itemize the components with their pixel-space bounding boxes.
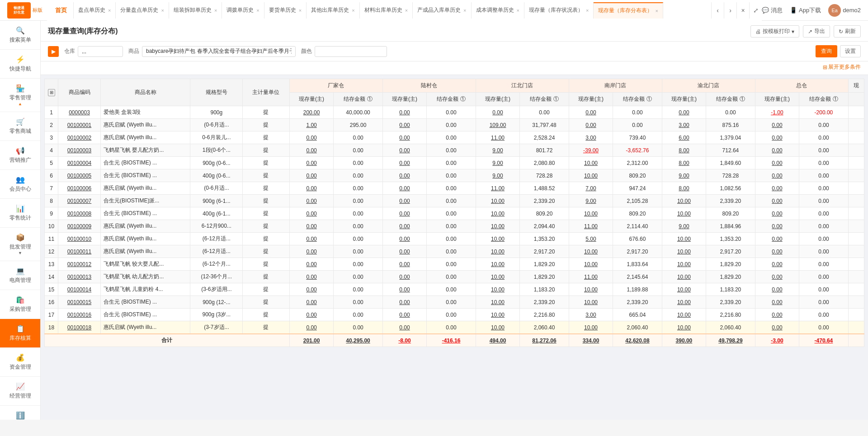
row-jbmd-qty[interactable]: 11.00 — [476, 131, 520, 144]
row-total-qty[interactable]: 0.00 — [755, 309, 799, 321]
row-total-qty[interactable]: 0.00 — [755, 144, 799, 157]
row-cjc-qty[interactable]: 0.00 — [289, 157, 334, 169]
row-cjc-qty[interactable]: 0.00 — [289, 182, 334, 195]
close-icon[interactable]: × — [214, 8, 217, 13]
row-total-qty[interactable]: 0.00 — [755, 119, 799, 131]
sidebar-item-search[interactable]: 🔍 搜索英单 — [0, 21, 40, 50]
row-ybmd-qty[interactable]: 10.00 — [662, 258, 706, 271]
warehouse-input[interactable] — [78, 46, 123, 57]
row-lcc-qty[interactable]: 0.00 — [382, 106, 427, 119]
row-ybmd-qty[interactable]: 10.00 — [662, 245, 706, 258]
row-namd-qty[interactable]: -39.00 — [569, 144, 613, 157]
row-cjc-qty[interactable]: 0.00 — [289, 296, 334, 309]
close-icon[interactable]: × — [405, 8, 408, 13]
row-total-qty[interactable]: 0.00 — [755, 182, 799, 195]
row-code[interactable]: 00100004 — [58, 157, 101, 169]
row-namd-qty[interactable]: 10.00 — [569, 245, 613, 258]
row-namd-qty[interactable]: 0.00 — [569, 119, 613, 131]
row-namd-qty[interactable]: 11.00 — [569, 271, 613, 283]
row-ybmd-qty[interactable]: 8.00 — [662, 144, 706, 157]
row-code[interactable]: 00100002 — [58, 131, 101, 144]
sidebar-item-wholesale[interactable]: 📦 批发管理 ▼ — [0, 228, 40, 261]
row-cjc-qty[interactable]: 1.00 — [289, 119, 334, 131]
row-namd-qty[interactable]: 3.00 — [569, 309, 613, 321]
row-jbmd-qty[interactable]: 9.00 — [476, 157, 520, 169]
tab-11-active[interactable]: 现存量（库存分布表） × — [594, 2, 663, 19]
print-btn[interactable]: 🖨 按模板打印 ▾ — [750, 25, 799, 38]
row-ybmd-qty[interactable]: 10.00 — [662, 321, 706, 334]
row-code[interactable]: 00100001 — [58, 119, 101, 131]
row-cjc-qty[interactable]: 0.00 — [289, 271, 334, 283]
row-namd-qty[interactable]: 10.00 — [569, 169, 613, 182]
row-jbmd-qty[interactable]: 10.00 — [476, 296, 520, 309]
sidebar-item-member[interactable]: 👥 会员中心 — [0, 170, 40, 199]
row-ybmd-qty[interactable]: 10.00 — [662, 296, 706, 309]
row-namd-qty[interactable]: 0.00 — [569, 106, 613, 119]
close-icon[interactable]: × — [655, 8, 658, 14]
color-input[interactable] — [315, 46, 387, 57]
row-cjc-qty[interactable]: 0.00 — [289, 258, 334, 271]
row-jbmd-qty[interactable]: 9.00 — [476, 169, 520, 182]
row-ybmd-qty[interactable]: 10.00 — [662, 283, 706, 296]
row-code[interactable]: 00100007 — [58, 195, 101, 207]
close-icon[interactable]: × — [586, 8, 589, 13]
row-jbmd-qty[interactable]: 10.00 — [476, 195, 520, 207]
row-code[interactable]: 00100013 — [58, 271, 101, 283]
row-lcc-qty[interactable]: 0.00 — [382, 321, 427, 334]
row-cjc-qty[interactable]: 0.00 — [289, 131, 334, 144]
row-jbmd-qty[interactable]: 109.00 — [476, 119, 520, 131]
sidebar-item-mall[interactable]: 🛒 零售商城 — [0, 112, 40, 141]
row-cjc-qty[interactable]: 200.00 — [289, 106, 334, 119]
row-total-qty[interactable]: 0.00 — [755, 245, 799, 258]
close-icon[interactable]: × — [108, 8, 111, 13]
row-namd-qty[interactable]: 10.00 — [569, 283, 613, 296]
row-code[interactable]: 00100016 — [58, 309, 101, 321]
refresh-btn[interactable]: ↻ 刷新 — [834, 25, 861, 38]
tab-2[interactable]: 分量盘点单历史 × — [116, 2, 169, 19]
row-code[interactable]: 00100010 — [58, 233, 101, 245]
row-ybmd-qty[interactable]: 10.00 — [662, 195, 706, 207]
row-lcc-qty[interactable]: 0.00 — [382, 182, 427, 195]
row-code[interactable]: 00100018 — [58, 321, 101, 334]
row-lcc-qty[interactable]: 0.00 — [382, 309, 427, 321]
row-cjc-qty[interactable]: 0.00 — [289, 169, 334, 182]
row-jbmd-qty[interactable]: 10.00 — [476, 220, 520, 233]
row-lcc-qty[interactable]: 0.00 — [382, 169, 427, 182]
row-code[interactable]: 0000003 — [58, 106, 101, 119]
close-icon[interactable]: × — [352, 8, 354, 13]
row-jbmd-qty[interactable]: 10.00 — [476, 321, 520, 334]
row-code[interactable]: 00100012 — [58, 258, 101, 271]
row-jbmd-qty[interactable]: 10.00 — [476, 207, 520, 220]
close-icon[interactable]: × — [161, 8, 164, 13]
sidebar-item-stats[interactable]: 📊 零售统计 — [0, 199, 40, 228]
row-cjc-qty[interactable]: 0.00 — [289, 309, 334, 321]
row-ybmd-qty[interactable]: 9.00 — [662, 220, 706, 233]
row-lcc-qty[interactable]: 0.00 — [382, 283, 427, 296]
row-lcc-qty[interactable]: 0.00 — [382, 119, 427, 131]
row-lcc-qty[interactable]: 0.00 — [382, 144, 427, 157]
row-ybmd-qty[interactable]: 10.00 — [662, 309, 706, 321]
row-jbmd-qty[interactable]: 10.00 — [476, 271, 520, 283]
close-icon[interactable]: × — [256, 8, 259, 13]
app-download-btn[interactable]: 📱 App下载 — [790, 6, 821, 14]
row-lcc-qty[interactable]: 0.00 — [382, 233, 427, 245]
row-cjc-qty[interactable]: 0.00 — [289, 220, 334, 233]
row-total-qty[interactable]: 0.00 — [755, 283, 799, 296]
row-namd-qty[interactable]: 11.00 — [569, 220, 613, 233]
row-code[interactable]: 00100009 — [58, 220, 101, 233]
row-jbmd-qty[interactable]: 10.00 — [476, 258, 520, 271]
query-btn[interactable]: 查询 — [816, 45, 837, 57]
row-namd-qty[interactable]: 10.00 — [569, 296, 613, 309]
close-icon[interactable]: × — [299, 8, 302, 13]
row-jbmd-qty[interactable]: 10.00 — [476, 245, 520, 258]
sidebar-item-purchase[interactable]: 🛍️ 采购管理 — [0, 290, 40, 319]
row-code[interactable]: 00100005 — [58, 169, 101, 182]
row-namd-qty[interactable]: 3.00 — [569, 131, 613, 144]
row-code[interactable]: 00100008 — [58, 207, 101, 220]
row-ybmd-qty[interactable]: 6.00 — [662, 131, 706, 144]
row-namd-qty[interactable]: 9.00 — [569, 195, 613, 207]
tab-5[interactable]: 要货单历史 × — [264, 2, 307, 19]
row-total-qty[interactable]: 0.00 — [755, 169, 799, 182]
row-lcc-qty[interactable]: 0.00 — [382, 157, 427, 169]
row-jbmd-qty[interactable]: 0.00 — [476, 106, 520, 119]
